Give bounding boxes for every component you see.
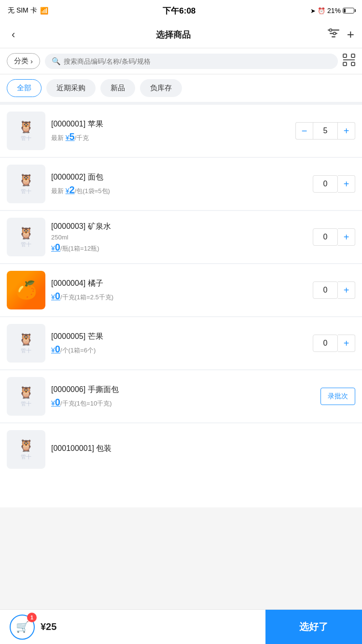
quantity-control: − +: [295, 122, 355, 140]
tab-recent[interactable]: 近期采购: [46, 79, 96, 97]
scan-icon[interactable]: [343, 54, 355, 69]
bottom-bar: 🛒 1 ¥25 选好了: [0, 609, 362, 644]
svg-rect-2: [332, 36, 335, 38]
svg-rect-5: [343, 54, 347, 57]
list-item: 🦉 管十 [0000003] 矿泉水 250ml ¥0/瓶(1箱=12瓶) +: [0, 211, 362, 263]
product-name: [0000002] 面包: [51, 172, 307, 182]
product-price: ¥0/瓶(1箱=12瓶): [51, 242, 307, 253]
category-chevron: ›: [30, 57, 33, 65]
list-item: 🦉 管十 [0000001] 苹果 最新 ¥5/千克 − +: [0, 105, 362, 157]
cart-section: 🛒 1 ¥25: [0, 615, 265, 640]
product-name: [0000003] 矿泉水: [51, 222, 307, 232]
product-image: 🦉 管十: [7, 324, 45, 363]
product-spec: 250ml: [51, 234, 307, 241]
product-price: ¥0/千克(1包=10千克): [51, 397, 315, 408]
product-info: [000100001] 包装: [51, 444, 355, 456]
product-info: [0000006] 手撕面包 ¥0/千克(1包=10千克): [51, 385, 315, 408]
placeholder-icon: 🦉: [19, 333, 33, 346]
location-icon: ➤: [310, 7, 316, 14]
category-label: 分类: [14, 56, 28, 66]
search-input[interactable]: [64, 57, 331, 65]
record-batch-button[interactable]: 录批次: [320, 388, 355, 405]
product-name: [0000005] 芒果: [51, 332, 307, 342]
increase-button[interactable]: +: [338, 122, 355, 140]
product-list: 🦉 管十 [0000001] 苹果 最新 ¥5/千克 − + 🦉 管十 [000…: [0, 105, 362, 507]
product-price: ¥0/个(1箱=6个): [51, 344, 307, 355]
product-image: 🦉 管十: [7, 218, 45, 256]
back-button[interactable]: ‹: [8, 25, 19, 45]
product-image: 🦉 管十: [7, 430, 45, 469]
search-area: 分类 › 🔍: [0, 48, 362, 74]
product-info: [0000001] 苹果 最新 ¥5/千克: [51, 119, 290, 142]
search-icon: 🔍: [52, 57, 61, 66]
increase-button[interactable]: +: [338, 175, 355, 193]
placeholder-icon: 🦉: [19, 386, 33, 399]
placeholder-icon: 🦉: [19, 120, 33, 134]
quantity-input[interactable]: [313, 228, 338, 246]
product-name: [0000004] 橘子: [51, 279, 307, 289]
tab-all[interactable]: 全部: [7, 79, 42, 97]
tab-negative[interactable]: 负库存: [140, 79, 182, 97]
placeholder-icon: 🦉: [19, 439, 33, 452]
product-image: 🍊: [7, 271, 45, 309]
product-info: [0000002] 面包 最新 ¥2/包(1袋=5包): [51, 172, 307, 196]
filter-icon[interactable]: [328, 28, 339, 41]
svg-point-4: [333, 32, 335, 35]
tab-new[interactable]: 新品: [100, 79, 135, 97]
increase-button[interactable]: +: [338, 228, 355, 246]
status-time: 下午6:08: [163, 5, 195, 16]
product-info: [0000005] 芒果 ¥0/个(1箱=6个): [51, 332, 307, 355]
battery-icon: [343, 8, 354, 14]
quantity-input[interactable]: [313, 281, 338, 299]
svg-rect-6: [351, 54, 355, 57]
quantity-input[interactable]: [313, 122, 338, 140]
product-image: 🦉 管十: [7, 112, 45, 150]
cart-total: ¥25: [41, 621, 56, 632]
product-info: [0000003] 矿泉水 250ml ¥0/瓶(1箱=12瓶): [51, 222, 307, 253]
page-title: 选择商品: [156, 29, 191, 41]
list-item: 🦉 管十 [0000002] 面包 最新 ¥2/包(1袋=5包) +: [0, 158, 362, 210]
wifi-icon: 📶: [40, 7, 48, 14]
product-name: [0000006] 手撕面包: [51, 385, 315, 395]
product-price: 最新 ¥2/包(1袋=5包): [51, 184, 307, 196]
status-right: ➤ ⏰ 21%: [310, 7, 354, 14]
product-image: 🦉 管十: [7, 377, 45, 416]
list-item: 🍊 [0000004] 橘子 ¥0/千克(1箱=2.5千克) +: [0, 264, 362, 316]
quantity-control: +: [313, 335, 355, 352]
svg-rect-7: [343, 62, 347, 66]
quantity-input[interactable]: [313, 335, 338, 352]
quantity-control: +: [313, 175, 355, 193]
quantity-input[interactable]: [313, 175, 338, 193]
search-input-wrap: 🔍: [45, 54, 338, 69]
product-price: 最新 ¥5/千克: [51, 131, 290, 142]
quantity-control: +: [313, 281, 355, 299]
status-left: 无 SIM 卡 📶: [8, 6, 48, 15]
list-item: 🦉 管十 [0000006] 手撕面包 ¥0/千克(1包=10千克) 录批次: [0, 370, 362, 422]
svg-rect-9: [351, 62, 355, 66]
filter-tabs: 全部 近期采购 新品 负库存: [0, 74, 362, 105]
quantity-control: +: [313, 228, 355, 246]
placeholder-icon: 🦉: [19, 226, 33, 240]
increase-button[interactable]: +: [338, 335, 355, 352]
battery-percent: 21%: [327, 7, 341, 14]
nav-actions: +: [328, 27, 354, 42]
cart-icon: 🛒: [16, 621, 29, 633]
alarm-icon: ⏰: [318, 7, 325, 14]
confirm-button[interactable]: 选好了: [265, 610, 362, 644]
cart-badge: 1: [27, 613, 37, 622]
product-name: [000100001] 包装: [51, 444, 355, 454]
list-item: 🦉 管十 [000100001] 包装: [0, 423, 362, 507]
list-item: 🦉 管十 [0000005] 芒果 ¥0/个(1箱=6个) +: [0, 317, 362, 369]
add-icon[interactable]: +: [347, 27, 354, 42]
nav-bar: ‹ 选择商品 +: [0, 21, 362, 48]
category-button[interactable]: 分类 ›: [7, 53, 40, 69]
cart-button[interactable]: 🛒 1: [10, 615, 35, 640]
status-bar: 无 SIM 卡 📶 下午6:08 ➤ ⏰ 21%: [0, 0, 362, 21]
product-price: ¥0/千克(1箱=2.5千克): [51, 291, 307, 302]
increase-button[interactable]: +: [338, 281, 355, 299]
product-name: [0000001] 苹果: [51, 119, 290, 129]
product-info: [0000004] 橘子 ¥0/千克(1箱=2.5千克): [51, 279, 307, 302]
decrease-button[interactable]: −: [295, 122, 313, 140]
sim-status: 无 SIM 卡: [8, 6, 37, 15]
product-image: 🦉 管十: [7, 165, 45, 203]
